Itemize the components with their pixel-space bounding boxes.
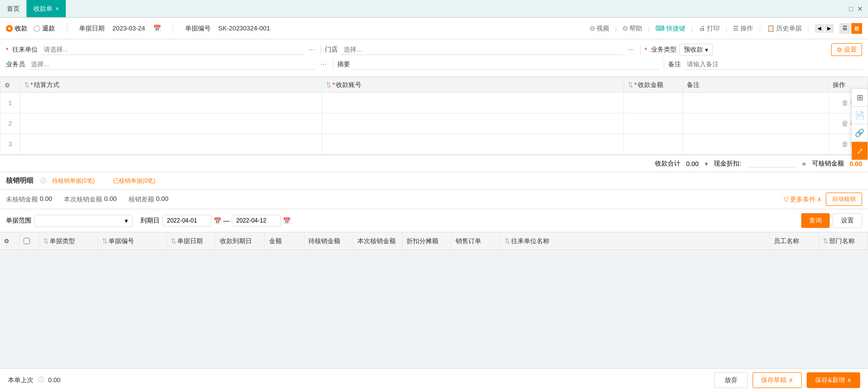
- row-1-remark[interactable]: [683, 93, 829, 113]
- row-2-settlement[interactable]: [20, 113, 322, 134]
- right-tool-expand[interactable]: ⤢: [852, 142, 868, 160]
- sub-col-checkbox[interactable]: [20, 232, 39, 250]
- row-2-account[interactable]: [322, 113, 624, 134]
- sub-col-settings[interactable]: ⚙: [0, 232, 20, 250]
- tab-home[interactable]: 首页: [0, 0, 27, 17]
- verify-header: 核销明细 ⓘ 待核销单据(0笔) 已核销单据(0笔): [0, 172, 868, 190]
- row-2-remark[interactable]: [683, 113, 829, 134]
- window-restore-icon[interactable]: □: [849, 5, 853, 13]
- date-to-input[interactable]: [232, 215, 281, 226]
- cal-icon-from[interactable]: 📅: [214, 217, 221, 224]
- video-label: 视频: [597, 24, 609, 33]
- list-view-icon[interactable]: ☰: [840, 23, 850, 34]
- unverified-label: 未核销金额: [6, 195, 38, 204]
- right-tool-link[interactable]: 🔗: [852, 124, 868, 142]
- print-btn[interactable]: 🖨 打印: [699, 24, 720, 33]
- row-1-num: 1: [0, 93, 20, 113]
- nav-prev[interactable]: ◀: [815, 24, 824, 33]
- form-area: * 往来单位 ··· 门店 ··· * 业务类型 预收款 ▾ ⚙ 设置 业务员: [0, 39, 868, 77]
- shortcut-btn[interactable]: ⌨ 快捷键: [655, 24, 685, 33]
- current-info-icon[interactable]: ⓘ: [38, 376, 44, 384]
- verify-info-icon[interactable]: ⓘ: [40, 177, 46, 185]
- row-2-delete-btn[interactable]: 🗑: [841, 119, 848, 128]
- remark-input[interactable]: [684, 59, 862, 70]
- salesperson-more-btn[interactable]: ···: [318, 60, 328, 69]
- row-1-settlement[interactable]: [20, 93, 322, 113]
- ops-icon: ☰: [733, 25, 739, 32]
- row-2-amount[interactable]: [624, 113, 683, 134]
- row-3-delete-btn[interactable]: 🗑: [841, 140, 848, 148]
- col-settings[interactable]: ⚙: [0, 78, 20, 93]
- date-from-input[interactable]: [163, 215, 212, 226]
- grid-view-icon[interactable]: ▦: [851, 23, 862, 34]
- diff-value: 0.00: [156, 195, 168, 204]
- unverified-stat: 未核销金额 0.00: [6, 195, 52, 204]
- draft-btn[interactable]: 保存草稿 ∧: [753, 372, 802, 388]
- more-filter-btn[interactable]: ▽ 更多条件 ∧: [784, 195, 822, 204]
- save-label: 保存&新增: [815, 376, 845, 385]
- pending-tab[interactable]: 待核销单据(0笔): [52, 177, 95, 185]
- store-more-btn[interactable]: ···: [626, 45, 636, 54]
- tab-receipt[interactable]: 收款单 ×: [27, 0, 66, 17]
- filter-label: 更多条件: [790, 195, 815, 204]
- nav-next[interactable]: ▶: [825, 24, 834, 33]
- save-btn[interactable]: 保存&新增 ∧: [807, 372, 860, 388]
- store-input[interactable]: [341, 44, 623, 55]
- row-1-amount[interactable]: [624, 93, 683, 113]
- current-label: 本单上次: [8, 376, 33, 385]
- row-3-remark[interactable]: [683, 134, 829, 155]
- draft-arrow: ∧: [788, 376, 793, 384]
- party-input[interactable]: [41, 44, 303, 55]
- toolbar-right: ⊙ 视频 | ⊙ 帮助 | ⌨ 快捷键 | 🖨 打印 | ☰ 操作 | 📋 历史…: [590, 23, 862, 34]
- biz-type-field: * 业务类型 预收款 ▾: [645, 44, 831, 56]
- remark-field: 备注: [668, 59, 862, 70]
- discard-btn[interactable]: 放弃: [714, 372, 748, 388]
- sub-col-amount: 金额: [265, 232, 304, 250]
- shortcut-icon: ⌨: [655, 25, 665, 32]
- form-settings-btn[interactable]: ⚙ 设置: [831, 43, 862, 56]
- history-label: 历史单据: [776, 24, 802, 33]
- row-1-account[interactable]: [322, 93, 624, 113]
- ops-btn[interactable]: ☰ 操作: [733, 24, 753, 33]
- help-label: 帮助: [629, 24, 642, 33]
- video-btn[interactable]: ⊙ 视频: [590, 24, 609, 33]
- settings-icon: ⚙: [837, 46, 842, 54]
- biz-req: *: [645, 46, 647, 54]
- query-btn[interactable]: 查询: [801, 213, 830, 228]
- auto-verify-btn[interactable]: 自动核销: [826, 193, 862, 206]
- window-close-icon[interactable]: ✕: [857, 5, 863, 13]
- diff-stat: 核销差额 0.00: [129, 195, 168, 204]
- refund-radio[interactable]: 退款: [33, 24, 55, 33]
- tab-receipt-close[interactable]: ×: [55, 5, 59, 12]
- party-label: 往来单位: [12, 45, 38, 54]
- salesperson-input[interactable]: [28, 59, 315, 70]
- cal-icon-to[interactable]: 📅: [283, 217, 291, 224]
- select-all-checkbox[interactable]: [24, 238, 30, 244]
- row-1-delete-btn[interactable]: 🗑: [841, 99, 848, 107]
- receipt-radio[interactable]: 收款: [6, 24, 27, 33]
- row-3-amount[interactable]: [624, 134, 683, 155]
- row-3-settlement[interactable]: [20, 134, 322, 155]
- right-tool-doc[interactable]: 📄: [852, 107, 868, 124]
- biz-type-select[interactable]: 预收款 ▾: [679, 44, 713, 56]
- right-tool-table[interactable]: ⊞: [852, 89, 868, 107]
- row-3-account[interactable]: [322, 134, 624, 155]
- summary-input[interactable]: [353, 59, 660, 70]
- party-more-btn[interactable]: ···: [306, 45, 317, 54]
- equals-sign: =: [802, 160, 806, 168]
- verify-settings-btn[interactable]: 设置: [833, 213, 862, 228]
- range-select[interactable]: ▾: [34, 215, 133, 227]
- main-table: ⚙ ⇅*结算方式 ⇅*收款账号 ⇅*收款金额 备注 操作 1: [0, 77, 868, 155]
- party-req: *: [6, 46, 8, 54]
- history-btn[interactable]: 📋 历史单据: [767, 24, 802, 33]
- done-tab[interactable]: 已核销单据(0笔): [113, 177, 156, 185]
- store-field: 门店 ···: [325, 44, 636, 55]
- help-btn[interactable]: ⊙ 帮助: [623, 24, 642, 33]
- sub-col-due: 收款到期日: [216, 232, 265, 250]
- discount-input[interactable]: [747, 160, 796, 168]
- due-label: 到期日: [140, 216, 160, 225]
- calendar-icon[interactable]: 📅: [153, 25, 161, 32]
- sub-col-employee: 员工名称: [770, 232, 819, 250]
- range-field: 单据范围 ▾: [6, 215, 133, 227]
- summary-field: 摘要: [337, 59, 660, 70]
